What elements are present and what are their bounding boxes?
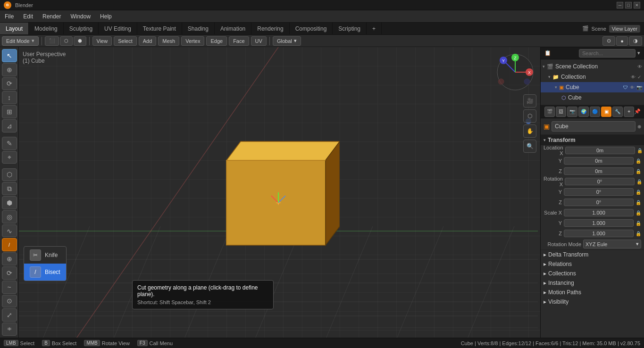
shading-btn[interactable]: ● [616, 36, 628, 46]
location-z-input[interactable] [564, 167, 634, 175]
pivot-dropdown[interactable]: Global ▾ [273, 36, 301, 46]
tool-transform[interactable]: ⊿ [2, 119, 17, 133]
tab-animation[interactable]: Animation [215, 23, 251, 34]
tool-knife-bisect[interactable]: / [2, 238, 17, 251]
tool-smooth[interactable]: ~ [2, 281, 17, 294]
tool-shear[interactable]: ⧧ [2, 323, 17, 336]
xray-btn[interactable]: ◑ [629, 36, 642, 46]
scale-y-lock[interactable]: 🔒 [636, 221, 641, 226]
instancing-row[interactable]: ▸ Instancing [541, 278, 644, 288]
mode-selector[interactable]: Edit Mode ▾ [2, 36, 39, 46]
collection-eye[interactable]: 👁 [631, 75, 636, 80]
scale-x-input[interactable] [564, 209, 634, 216]
viewport-gizmo[interactable]: X Y Z [494, 51, 536, 93]
collection-exclude[interactable]: ✓ [637, 75, 641, 80]
tab-sculpting[interactable]: Sculpting [64, 23, 99, 34]
modifier-props-btn[interactable]: 🔧 [612, 107, 623, 117]
location-y-lock[interactable]: 🔒 [636, 158, 641, 164]
pin-icon[interactable]: 📌 [634, 108, 641, 115]
scale-y-input[interactable] [564, 219, 634, 227]
cube-top-eye[interactable]: 👁 [630, 85, 635, 90]
filter-icon[interactable]: ▾ [637, 50, 640, 56]
view-layer-dropdown[interactable]: View Layer [609, 25, 640, 33]
tool-bevel[interactable]: ◎ [2, 210, 17, 224]
maximize-button[interactable]: □ [625, 2, 632, 8]
tool-scale[interactable]: ⊞ [2, 105, 17, 118]
object-name-input[interactable] [552, 121, 636, 132]
scale-x-lock[interactable]: 🔒 [636, 210, 641, 215]
tab-uv-editing[interactable]: UV Editing [99, 23, 137, 34]
tool-annotate[interactable]: ✎ [2, 137, 17, 150]
tool-push-pull[interactable]: ⤢ [2, 308, 17, 322]
edge-mode-btn[interactable]: ⬡ [60, 36, 73, 46]
close-button[interactable]: ✕ [634, 2, 640, 8]
tool-spin[interactable]: ⟳ [2, 266, 17, 280]
tab-add[interactable]: + [367, 23, 382, 34]
cube-nested-row[interactable]: ⬡ Cube [541, 92, 644, 103]
outliner-search-input[interactable] [579, 49, 636, 58]
tab-layout[interactable]: Layout [0, 23, 29, 34]
tool-select[interactable]: ↖ [2, 49, 17, 62]
scene-eye[interactable]: 👁 [637, 64, 642, 69]
tab-texture-paint[interactable]: Texture Paint [137, 23, 182, 34]
add-menu-btn[interactable]: Add [139, 36, 157, 46]
rotation-y-input[interactable] [564, 188, 634, 196]
menu-window[interactable]: Window [66, 10, 95, 22]
view-menu-btn[interactable]: View [92, 36, 112, 46]
tab-compositing[interactable]: Compositing [290, 23, 333, 34]
tool-loop-cut[interactable]: ∿ [2, 224, 17, 238]
rotation-x-input[interactable] [565, 178, 635, 185]
location-x-input[interactable] [565, 147, 635, 154]
collection-row[interactable]: ▾ 📁 Collection 👁 ✓ [541, 72, 644, 82]
object-props-btn[interactable]: ▣ [601, 107, 611, 117]
zoom-btn[interactable]: 🔍 [523, 140, 536, 153]
vertex-menu-btn[interactable]: Vertex [181, 36, 204, 46]
mode-button[interactable]: Edit Mode ▾ [2, 36, 39, 46]
tool-add-cube[interactable]: ⬡ [2, 168, 17, 182]
minimize-button[interactable]: ─ [617, 2, 623, 8]
scene-props-btn[interactable]: 🌍 [578, 107, 589, 117]
rotation-z-input[interactable] [564, 199, 634, 206]
edge-menu-btn[interactable]: Edge [206, 36, 227, 46]
rotation-mode-dropdown[interactable]: XYZ Eule ▾ [583, 240, 641, 249]
transform-header[interactable]: ▾ Transform [541, 135, 644, 145]
ctx-bisect[interactable]: / Bisect [24, 264, 66, 281]
hand-btn[interactable]: ✋ [523, 124, 536, 138]
tab-rendering[interactable]: Rendering [251, 23, 289, 34]
tool-measure[interactable]: ⌖ [2, 151, 17, 164]
rotation-z-lock[interactable]: 🔒 [636, 200, 641, 205]
location-y-input[interactable] [564, 157, 634, 165]
face-mode-btn[interactable]: ⬢ [74, 36, 86, 46]
menu-file[interactable]: File [0, 10, 18, 22]
tab-scripting[interactable]: Scripting [333, 23, 367, 34]
overlay-btn[interactable]: ⊙ [602, 36, 615, 46]
tool-cursor[interactable]: ⊕ [2, 63, 17, 76]
orientation-gizmo[interactable]: X Y Z [494, 51, 536, 93]
camera-btn[interactable]: 🎥 [523, 94, 536, 108]
view-layer-props-btn[interactable]: 📷 [567, 107, 577, 117]
tool-extrude[interactable]: ⧉ [2, 182, 17, 195]
tab-shading[interactable]: Shading [182, 23, 215, 34]
scene-collection-row[interactable]: ▾ 🎬 Scene Collection 👁 [541, 61, 644, 72]
select-menu-btn[interactable]: Select [114, 36, 137, 46]
rotation-y-lock[interactable]: 🔒 [636, 190, 641, 195]
tool-move[interactable]: ⟳ [2, 77, 17, 91]
render-props-btn[interactable]: 🎬 [544, 107, 555, 117]
uv-menu-btn[interactable]: UV [251, 36, 267, 46]
tool-rotate[interactable]: ↕ [2, 91, 17, 104]
world-props-btn[interactable]: 🔵 [590, 107, 600, 117]
menu-edit[interactable]: Edit [18, 10, 38, 22]
tool-inset[interactable]: ⬢ [2, 196, 17, 209]
delta-transform-row[interactable]: ▸ Delta Transform [541, 250, 644, 259]
particles-props-btn[interactable]: ✦ [624, 107, 634, 117]
menu-help[interactable]: Help [95, 10, 117, 22]
cube-top-render[interactable]: 📷 [636, 85, 642, 90]
obj-options[interactable]: ⊕ [637, 124, 641, 129]
cube-top-row[interactable]: ▾ ▣ Cube 🛡 👁 📷 [541, 82, 644, 92]
mesh-menu-btn[interactable]: Mesh [158, 36, 179, 46]
tool-shrink-fatten[interactable]: ⊙ [2, 295, 17, 308]
motion-paths-row[interactable]: ▸ Motion Paths [541, 288, 644, 297]
vertex-mode-btn[interactable]: ⬛ [45, 36, 59, 46]
face-menu-btn[interactable]: Face [229, 36, 249, 46]
tab-modeling[interactable]: Modeling [29, 23, 64, 34]
